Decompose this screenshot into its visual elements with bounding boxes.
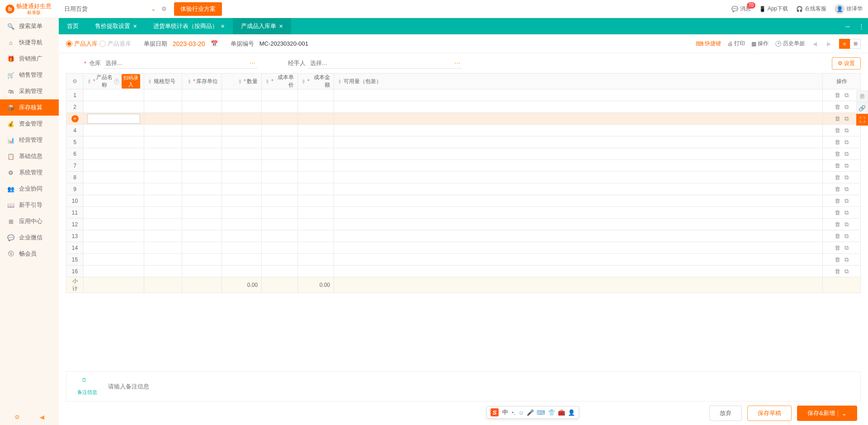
- table-row[interactable]: 13 🗑 ⧉: [66, 230, 861, 242]
- ime-toolbox-icon[interactable]: 🧰: [558, 409, 565, 416]
- copy-row-icon[interactable]: ⧉: [844, 244, 849, 251]
- tabs-more-button[interactable]: ⋮: [854, 18, 868, 34]
- table-row[interactable]: 15 🗑 ⧉: [66, 254, 861, 266]
- copy-row-icon[interactable]: ⧉: [844, 233, 849, 239]
- table-row[interactable]: 12 🗑 ⧉: [66, 219, 861, 230]
- sidebar-item[interactable]: ⌂快捷导航: [0, 34, 59, 51]
- online-service-link[interactable]: 🎧 在线客服: [796, 5, 826, 13]
- col-available[interactable]: ▲▼可用量（包装）: [334, 74, 823, 89]
- tab[interactable]: 售价提取设置✕: [87, 18, 145, 34]
- delete-row-icon[interactable]: 🗑: [835, 92, 840, 98]
- widget-note-button[interactable]: 🖹: [856, 90, 868, 102]
- sidebar-item[interactable]: ⊞应用中心: [0, 213, 59, 229]
- delete-row-icon[interactable]: 🗑: [835, 197, 840, 204]
- ime-lang[interactable]: 中: [502, 408, 508, 416]
- sidebar-item[interactable]: ⚙系统管理: [0, 164, 59, 181]
- table-row[interactable]: 7 🗑 ⧉: [66, 160, 861, 172]
- sidebar-item[interactable]: 🛍采购管理: [0, 83, 59, 99]
- print-button[interactable]: 🖨 打印: [727, 40, 745, 47]
- sidebar-collapse-icon[interactable]: ◀: [40, 414, 44, 420]
- table-row[interactable]: 9 🗑 ⧉: [66, 183, 861, 195]
- col-product-name[interactable]: ▲▼ * 产品名称 ? 扫码录入: [84, 74, 144, 89]
- col-config-button[interactable]: ⚙: [66, 74, 84, 89]
- tabs-minimize-button[interactable]: ─: [841, 18, 854, 34]
- copy-row-icon[interactable]: ⧉: [844, 103, 849, 110]
- copy-row-icon[interactable]: ⧉: [844, 221, 849, 228]
- table-row[interactable]: 5 🗑 ⧉: [66, 136, 861, 148]
- help-icon[interactable]: ?: [114, 79, 119, 84]
- delete-row-icon[interactable]: 🗑: [835, 115, 840, 122]
- shop-settings-icon[interactable]: ⚙: [161, 5, 167, 12]
- tab[interactable]: 产成品入库单✕: [233, 18, 291, 34]
- remark-input[interactable]: [104, 379, 849, 393]
- tab[interactable]: 进货单统计表（按商品）✕: [145, 18, 233, 34]
- copy-row-icon[interactable]: ⧉: [844, 150, 849, 157]
- table-row[interactable]: 2 🗑 ⧉: [66, 101, 861, 113]
- sidebar-item[interactable]: 🎁营销推广: [0, 51, 59, 67]
- radio-product-in[interactable]: 产品入库: [66, 40, 98, 48]
- copy-row-icon[interactable]: ⧉: [844, 139, 849, 145]
- table-row[interactable]: 14 🗑 ⧉: [66, 242, 861, 254]
- close-icon[interactable]: ✕: [133, 23, 137, 29]
- chevron-down-icon[interactable]: ⌄: [838, 410, 847, 417]
- handler-input[interactable]: [308, 58, 462, 69]
- delete-row-icon[interactable]: 🗑: [835, 103, 840, 110]
- table-row[interactable]: 8 🗑 ⧉: [66, 172, 861, 183]
- operate-button[interactable]: ▦ 操作: [751, 40, 769, 47]
- ime-keyboard-icon[interactable]: ⌨: [537, 409, 545, 416]
- form-settings-button[interactable]: ⚙ 设置: [832, 57, 861, 70]
- sidebar-item[interactable]: 👥企业协同: [0, 181, 59, 197]
- col-amount[interactable]: ▲▼*成本金额: [298, 74, 334, 89]
- ime-emoji-icon[interactable]: ☺: [518, 409, 524, 416]
- close-icon[interactable]: ✕: [279, 23, 283, 29]
- prev-doc-button[interactable]: ◀: [811, 41, 819, 47]
- history-button[interactable]: 🕑 历史单据: [775, 40, 805, 47]
- delete-row-icon[interactable]: 🗑: [835, 233, 840, 239]
- tab[interactable]: 首页: [59, 18, 87, 34]
- sidebar-item[interactable]: 💬企业微信: [0, 229, 59, 246]
- copy-row-icon[interactable]: ⧉: [844, 186, 849, 192]
- save-draft-button[interactable]: 保存草稿: [747, 406, 792, 421]
- discard-button[interactable]: 放弃: [709, 406, 742, 421]
- delete-row-icon[interactable]: 🗑: [835, 162, 840, 169]
- warehouse-picker-icon[interactable]: ⋯: [250, 60, 255, 66]
- warehouse-input[interactable]: [104, 58, 257, 69]
- close-icon[interactable]: ✕: [221, 23, 225, 29]
- radio-product-out[interactable]: 产品退库: [99, 40, 131, 48]
- delete-row-icon[interactable]: 🗑: [835, 139, 840, 145]
- ime-skin-icon[interactable]: 👕: [548, 409, 555, 416]
- delete-row-icon[interactable]: 🗑: [835, 174, 840, 181]
- sidebar-settings-icon[interactable]: ⚙: [14, 414, 20, 420]
- view-list-button[interactable]: ≡: [839, 39, 850, 49]
- table-row[interactable]: 11 🗑 ⧉: [66, 207, 861, 219]
- copy-row-icon[interactable]: ⧉: [844, 127, 849, 134]
- shop-selector[interactable]: 日用百货 ⌄: [64, 5, 156, 13]
- try-industry-button[interactable]: 体验行业方案: [174, 2, 222, 16]
- ime-toolbar[interactable]: S 中 •, ☺ 🎤 ⌨ 👕 🧰 👤: [486, 406, 579, 419]
- handler-picker-icon[interactable]: ⋯: [454, 60, 460, 66]
- copy-row-icon[interactable]: ⧉: [844, 92, 849, 98]
- copy-row-icon[interactable]: ⧉: [844, 162, 849, 169]
- view-detail-button[interactable]: ⊞: [850, 39, 861, 49]
- delete-row-icon[interactable]: 🗑: [835, 186, 840, 192]
- app-download-link[interactable]: 📱 App下载: [759, 5, 788, 13]
- widget-expand-button[interactable]: ⛶: [856, 114, 868, 126]
- ime-user-icon[interactable]: 👤: [568, 409, 575, 416]
- col-unit[interactable]: ▲▼*库存单位: [182, 74, 222, 89]
- table-row[interactable]: 16 🗑 ⧉: [66, 266, 861, 277]
- sidebar-item[interactable]: 💰资金管理: [0, 116, 59, 132]
- messages-link[interactable]: 💬 消息 70: [731, 5, 751, 13]
- user-menu[interactable]: 👤 徐泽华: [835, 4, 863, 14]
- table-row[interactable]: 6 🗑 ⧉: [66, 148, 861, 160]
- add-row-button[interactable]: +: [71, 115, 79, 122]
- table-row[interactable]: 10 🗑 ⧉: [66, 195, 861, 207]
- delete-row-icon[interactable]: 🗑: [835, 209, 840, 216]
- table-row[interactable]: 1 🗑 ⧉: [66, 89, 861, 101]
- widget-link-button[interactable]: 🔗: [856, 102, 868, 114]
- sidebar-item[interactable]: 📖新手引导: [0, 197, 59, 213]
- delete-row-icon[interactable]: 🗑: [835, 244, 840, 251]
- scan-input-button[interactable]: 扫码录入: [122, 74, 140, 89]
- copy-row-icon[interactable]: ⧉: [844, 197, 849, 204]
- save-and-new-button[interactable]: 保存&新增 ⌄: [797, 406, 857, 421]
- delete-row-icon[interactable]: 🗑: [835, 268, 840, 275]
